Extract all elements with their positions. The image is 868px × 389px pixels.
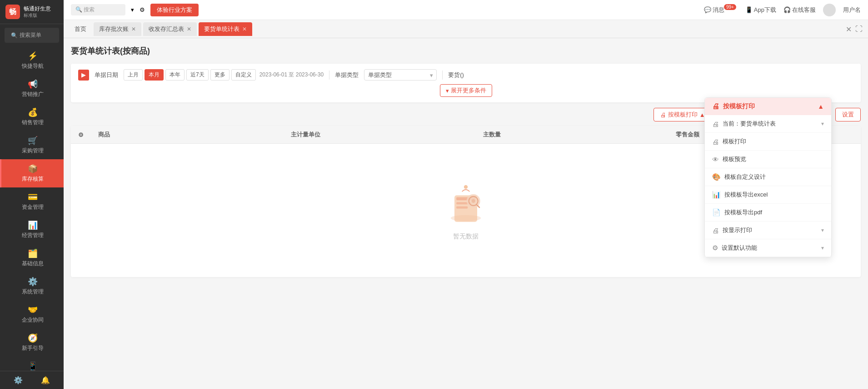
settings-bottom-icon[interactable]: ⚙️ [14, 376, 23, 384]
nav-label-finance: 资金管理 [22, 203, 44, 211]
th-qty: 主数量 [476, 131, 668, 139]
sidebar-logo: 畅 畅通好生意 标准版 [0, 0, 64, 24]
nav-icon-quick-nav: ⚡ [28, 51, 38, 61]
trial-btn[interactable]: 体验行业方案 [150, 4, 199, 16]
dropdown-item-template-preview[interactable]: 👁 模板预览 [705, 151, 831, 168]
topbar-settings-icon[interactable]: ⚙ [140, 6, 145, 13]
logo-icon: 畅 [5, 5, 20, 19]
dropdown-item-template-print[interactable]: 🖨 模板打印 [705, 133, 831, 151]
nav-label-inventory: 库存核算 [22, 175, 44, 183]
app-download-btn[interactable]: 📱 App下载 [745, 6, 776, 14]
tab-maximize-icon[interactable]: ⛶ [855, 25, 863, 33]
sidebar-item-guide[interactable]: 🧭 新手引导 [0, 328, 64, 357]
sidebar-item-basic[interactable]: 🗂️ 基础信息 [0, 244, 64, 272]
date-btn-更多[interactable]: 更多 [210, 69, 229, 81]
online-service-btn[interactable]: 🎧 在线客服 [783, 6, 816, 14]
topbar: 🔍 搜索 ▾ ⚙ 体验行业方案 💬 消息 99+ 📱 App下载 🎧 在线客服 … [64, 0, 868, 20]
nav-icon-inventory: 📦 [28, 164, 38, 174]
date-btn-本月[interactable]: 本月 [145, 69, 164, 81]
expand-more-btn[interactable]: ▾ 展开更多条件 [440, 84, 492, 97]
content-area: 要货单统计表(按商品) ▶ 单据日期 上月本月本年近7天更多自定义2023-06… [64, 38, 868, 389]
logo-sub: 标准版 [24, 12, 51, 19]
settings-btn[interactable]: 设置 [835, 108, 861, 121]
dropdown-current[interactable]: 🖨 当前：要货单统计表 ▾ [705, 115, 831, 133]
date-btn-本年[interactable]: 本年 [165, 69, 185, 81]
avatar[interactable] [823, 4, 836, 16]
order-type-select[interactable]: 单据类型 [364, 69, 437, 81]
dropdown-header[interactable]: 🖨 按模板打印 ▲ [705, 98, 831, 115]
sidebar-item-apps[interactable]: 📱 应用中心 [0, 357, 64, 371]
topbar-search[interactable]: 🔍 搜索 [71, 4, 125, 15]
username: 用户名 [843, 6, 861, 14]
nav-icon-guide: 🧭 [28, 333, 38, 343]
tab-close-receivable-summary[interactable]: ✕ [187, 26, 191, 32]
di-label-template-design: 模板自定义设计 [724, 173, 766, 181]
date-btn-近7天[interactable]: 近7天 [186, 69, 209, 81]
sidebar-item-sales[interactable]: 💰 销售管理 [0, 103, 64, 131]
tab-close-order-stat[interactable]: ✕ [242, 26, 247, 32]
di-icon-template-preview: 👁 [712, 156, 719, 163]
dropdown-section-display-print[interactable]: 🖨 按显示打印 ▾ [705, 222, 831, 239]
date-btn-自定义[interactable]: 自定义 [231, 69, 256, 81]
dropdown-item-template-export-excel[interactable]: 📊 按模板导出excel [705, 186, 831, 204]
filter-divider [329, 71, 329, 80]
sidebar-item-quick-nav[interactable]: ⚡ 快捷导航 [0, 46, 64, 75]
nav-icon-marketing: 📢 [28, 79, 38, 89]
sidebar: 畅 畅通好生意 标准版 🔍 搜索菜单 ⚡ 快捷导航 📢 营销推广 💰 销售管理 … [0, 0, 64, 389]
ds-icon-set-default: ⚙ [712, 244, 718, 252]
tab-close-all-icon[interactable]: ✕ [846, 25, 852, 33]
sidebar-item-business[interactable]: 📊 经营管理 [0, 216, 64, 244]
ds-arrow-display-print: ▾ [821, 227, 824, 233]
nav-icon-apps: 📱 [28, 361, 38, 371]
dropdown-section-set-default[interactable]: ⚙ 设置默认功能 ▾ [705, 239, 831, 257]
nav-icon-business: 📊 [28, 220, 38, 230]
print-template-btn[interactable]: 🖨 按模板打印 ▲ [653, 108, 712, 121]
nav-icon-system: ⚙️ [28, 277, 38, 287]
sidebar-item-corp[interactable]: 🤝 企业协同 [0, 300, 64, 328]
di-icon-template-print: 🖨 [712, 138, 719, 146]
sidebar-item-inventory[interactable]: 📦 库存核算 [0, 159, 64, 187]
svg-rect-4 [456, 207, 468, 209]
di-icon-template-export-pdf: 📄 [712, 208, 721, 217]
dropdown-arrow: ▲ [818, 103, 824, 110]
tab-inventory-batch[interactable]: 库存批次账 ✕ [94, 22, 141, 36]
th-unit: 主计量单位 [284, 131, 476, 139]
sound-bottom-icon[interactable]: 🔔 [41, 376, 50, 384]
nav-label-guide: 新手引导 [22, 344, 44, 352]
message-btn[interactable]: 💬 消息 99+ [704, 6, 738, 14]
nav-icon-purchase: 🛒 [28, 136, 38, 146]
di-icon-template-export-excel: 📊 [712, 191, 721, 199]
tab-home[interactable]: 首页 [69, 22, 92, 36]
date-range: 2023-06-01 至 2023-06-30 [259, 71, 324, 79]
nav-label-marketing: 营销推广 [22, 91, 44, 98]
message-icon: 💬 [704, 6, 711, 13]
tab-close-inventory-batch[interactable]: ✕ [131, 26, 136, 32]
search-icon: 🔍 [11, 32, 18, 39]
sidebar-item-system[interactable]: ⚙️ 系统管理 [0, 272, 64, 300]
tab-order-stat[interactable]: 要货单统计表 ✕ [199, 22, 252, 36]
di-label-template-export-excel: 按模板导出excel [724, 191, 768, 199]
sidebar-search[interactable]: 🔍 搜索菜单 [5, 28, 59, 43]
page-title: 要货单统计表(按商品) [71, 45, 861, 56]
sidebar-item-purchase[interactable]: 🛒 采购管理 [0, 131, 64, 159]
di-label-template-export-pdf: 按模板导出pdf [724, 208, 762, 217]
filter-expand-btn[interactable]: ▶ [78, 70, 89, 81]
nav-icon-finance: 💳 [28, 192, 38, 202]
tab-receivable-summary[interactable]: 收发存汇总表 ✕ [143, 22, 197, 36]
date-btn-上月[interactable]: 上月 [124, 69, 143, 81]
dropdown-item-template-export-pdf[interactable]: 📄 按模板导出pdf [705, 204, 831, 222]
nav-label-business: 经营管理 [22, 232, 44, 239]
nav-icon-sales: 💰 [28, 107, 38, 117]
sidebar-item-marketing[interactable]: 📢 营销推广 [0, 75, 64, 103]
date-filter-label: 单据日期 [95, 71, 118, 79]
main-area: 🔍 搜索 ▾ ⚙ 体验行业方案 💬 消息 99+ 📱 App下载 🎧 在线客服 … [64, 0, 868, 389]
order-goods-label: 要货() [448, 71, 464, 79]
dropdown-item-template-design[interactable]: 🎨 模板自定义设计 [705, 168, 831, 186]
expand-icon: ▾ [446, 87, 449, 94]
nav-label-quick-nav: 快捷导航 [22, 62, 44, 70]
sidebar-item-finance[interactable]: 💳 资金管理 [0, 187, 64, 216]
th-settings[interactable]: ⚙ [71, 131, 91, 138]
topbar-dropdown-icon[interactable]: ▾ [131, 6, 134, 13]
logo-text: 畅通好生意 [24, 5, 51, 13]
print-icon: 🖨 [660, 111, 666, 118]
